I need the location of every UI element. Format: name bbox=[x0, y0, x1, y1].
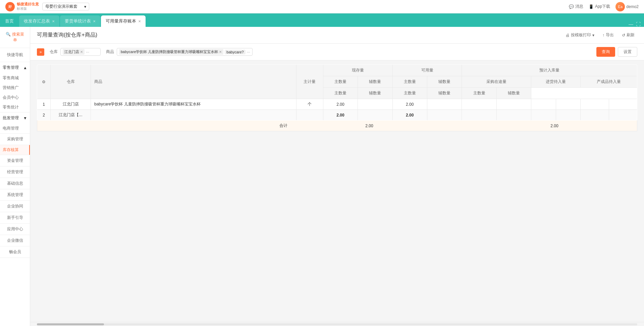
sidebar-item-member[interactable]: 畅会员 bbox=[0, 246, 30, 258]
product-tag-1-text: babycare学饮杯 儿童防摔防撞吸管杯重力球吸嘴杯宝宝水杯 bbox=[121, 49, 218, 54]
tab-bar-actions: — ⛶ bbox=[625, 21, 644, 27]
row1-production-aux bbox=[609, 99, 637, 110]
warehouse-filter-ellipsis[interactable]: ··· bbox=[86, 50, 89, 54]
table-row: 2 江北门店【... 2.00 2.00 bbox=[37, 110, 637, 121]
chevron-down-icon2: ▼ bbox=[23, 116, 27, 121]
footer-avail-main: 2.00 bbox=[475, 124, 634, 128]
row2-arriving-main bbox=[531, 110, 556, 121]
sidebar-section-member: 畅会员 bbox=[0, 246, 30, 258]
filter-actions: 查询 设置 bbox=[596, 47, 637, 57]
scroll-thumb[interactable] bbox=[37, 323, 104, 325]
brand-logo: 好 bbox=[5, 2, 15, 11]
tab-available-stock[interactable]: 可用量库存账本 ✕ bbox=[101, 15, 146, 27]
col-production-header: 产成品待入量 bbox=[581, 76, 637, 88]
table-row: 1 江北门店 babycare学饮杯 儿童防摔防撞吸管杯重力球吸嘴杯宝宝水杯 个… bbox=[37, 99, 637, 110]
product-tag-1-close[interactable]: ✕ bbox=[219, 50, 222, 54]
sidebar-item-finance[interactable]: 资金管理 bbox=[0, 155, 30, 166]
tab-order-stats[interactable]: 要货单统计表 ✕ bbox=[60, 15, 100, 27]
sidebar-section-system: 系统管理 bbox=[0, 189, 30, 201]
sidebar-search: 🔍 搜索菜单 bbox=[0, 27, 30, 48]
sidebar-section-retail: 零售管理 ▲ 零售商城 营销推广 会员中心 零售统计 bbox=[0, 62, 30, 112]
user-menu[interactable]: Ea demo2 bbox=[615, 2, 639, 11]
sidebar-item-system[interactable]: 系统管理 bbox=[0, 189, 30, 200]
warehouse-filter-input[interactable]: 江北门店 ✕ ··· bbox=[60, 48, 101, 56]
message-button[interactable]: 💬 消息 bbox=[569, 4, 583, 9]
sidebar-section-guide: 新手引导 bbox=[0, 212, 30, 224]
sidebar-section-ops: 经营管理 bbox=[0, 167, 30, 178]
product-filter-ellipsis[interactable]: ··· bbox=[247, 50, 250, 54]
row2-unit bbox=[296, 110, 323, 121]
row2-num: 2 bbox=[37, 110, 51, 121]
product-filter-input[interactable]: babycare学饮杯 儿童防摔防撞吸管杯重力球吸嘴杯宝宝水杯 ✕ babyca… bbox=[117, 48, 253, 56]
col-arriving-header: 进货待入量 bbox=[531, 76, 581, 88]
tab-home[interactable]: 首页 bbox=[0, 15, 18, 27]
export-icon: ↑ bbox=[602, 33, 604, 38]
col-stock-aux-header: 辅数量 bbox=[358, 76, 392, 88]
tab-order-stats-label: 要货单统计表 bbox=[65, 18, 91, 24]
sidebar-item-basic[interactable]: 基础信息 bbox=[0, 178, 30, 189]
tab-receive-summary[interactable]: 收发存汇总表 ✕ bbox=[19, 15, 59, 27]
chevron-down-icon3: ▾ bbox=[592, 33, 594, 38]
sidebar-wholesale-header[interactable]: 批发管理 ▼ bbox=[0, 112, 30, 124]
tab-available-stock-close[interactable]: ✕ bbox=[138, 19, 141, 23]
app-download-button[interactable]: 📱 App下载 bbox=[589, 4, 610, 9]
sidebar-item-ops[interactable]: 经营管理 bbox=[0, 167, 30, 178]
row1-arriving-aux bbox=[556, 99, 580, 110]
sidebar-item-guide[interactable]: 新手引导 bbox=[0, 212, 30, 223]
query-button[interactable]: 查询 bbox=[596, 47, 615, 57]
col-purchase-aux: 辅数量 bbox=[358, 88, 392, 99]
content-area: 可用量查询(按仓库+商品) 🖨 按模板打印 ▾ ↑ 导出 ↺ 刷新 » bbox=[30, 27, 644, 326]
row1-avail-aux bbox=[427, 99, 462, 110]
sidebar-section-basic: 基础信息 bbox=[0, 178, 30, 189]
export-button[interactable]: ↑ 导出 bbox=[600, 31, 616, 39]
tab-expand-icon[interactable]: ⛶ bbox=[636, 21, 641, 27]
sidebar-section-apps: 应用中心 bbox=[0, 224, 30, 235]
warehouse-tag-text: 江北门店 bbox=[64, 49, 79, 54]
sidebar-section-finance: 资金管理 bbox=[0, 155, 30, 167]
sidebar-item-wechat[interactable]: 企业微信 bbox=[0, 235, 30, 246]
sidebar-item-retail-stats[interactable]: 零售统计 bbox=[0, 102, 30, 112]
horizontal-scrollbar[interactable] bbox=[30, 322, 644, 326]
row2-purchase-main bbox=[462, 110, 496, 121]
sidebar-item-retail-mall[interactable]: 零售商城 bbox=[0, 73, 30, 83]
refresh-button[interactable]: ↺ 刷新 bbox=[619, 31, 637, 39]
sidebar-retail-header[interactable]: 零售管理 ▲ bbox=[0, 62, 30, 73]
col-stock-main-header: 主数量 bbox=[323, 76, 358, 88]
download-icon: 📱 bbox=[589, 4, 594, 9]
scroll-track bbox=[37, 323, 637, 325]
row2-avail-aux bbox=[427, 110, 462, 121]
row1-stock-main: 2.00 bbox=[323, 99, 358, 110]
row1-arriving-main bbox=[531, 99, 556, 110]
refresh-icon: ↺ bbox=[622, 33, 625, 38]
row2-production-aux bbox=[609, 110, 637, 121]
sidebar-item-purchase[interactable]: 采购管理 bbox=[0, 134, 30, 145]
tab-order-stats-close[interactable]: ✕ bbox=[93, 19, 96, 23]
industry-selector[interactable]: 母婴行业演示账套 ▾ bbox=[42, 3, 89, 10]
refresh-label: 刷新 bbox=[627, 32, 635, 38]
sidebar-item-member-center[interactable]: 会员中心 bbox=[0, 93, 30, 102]
filter-expand-button[interactable]: » bbox=[37, 48, 44, 56]
filter-area: » 仓库 江北门店 ✕ ··· 商品 babycare学饮杯 儿童防摔防撞吸管杯… bbox=[30, 44, 644, 60]
warehouse-tag-close[interactable]: ✕ bbox=[80, 50, 83, 54]
sidebar-quick-nav: 快捷导航 bbox=[0, 48, 30, 62]
sidebar-item-marketing[interactable]: 营销推广 bbox=[0, 83, 30, 93]
sidebar-item-collab[interactable]: 企业协同 bbox=[0, 201, 30, 212]
table-area: ⚙ 仓库 商品 主计量 现存量 可用量 预计入库量 主数量 辅数量 主数量 辅数… bbox=[30, 60, 644, 322]
tab-minimize-icon[interactable]: — bbox=[629, 21, 633, 27]
sidebar-item-quick-nav[interactable]: 快捷导航 bbox=[0, 49, 30, 60]
row2-warehouse: 江北门店【... bbox=[51, 110, 91, 121]
tab-receive-summary-close[interactable]: ✕ bbox=[52, 19, 55, 23]
search-icon: 🔍 bbox=[6, 32, 11, 37]
print-template-button[interactable]: 🖨 按模板打印 ▾ bbox=[563, 31, 597, 39]
col-settings-header[interactable]: ⚙ bbox=[37, 65, 51, 99]
search-menu-button[interactable]: 🔍 搜索菜单 bbox=[3, 30, 27, 44]
message-label: 消息 bbox=[575, 4, 583, 9]
settings-button[interactable]: 设置 bbox=[618, 47, 637, 57]
row1-num: 1 bbox=[37, 99, 51, 110]
sidebar-item-ecommerce[interactable]: 电商管理 bbox=[0, 124, 30, 133]
sidebar-item-stock[interactable]: 库存核算 bbox=[0, 145, 30, 155]
warehouse-filter-group: 仓库 江北门店 ✕ ··· bbox=[50, 48, 101, 56]
sidebar-item-apps[interactable]: 应用中心 bbox=[0, 224, 30, 235]
page-header: 可用量查询(按仓库+商品) 🖨 按模板打印 ▾ ↑ 导出 ↺ 刷新 bbox=[30, 27, 644, 44]
footer-label: 合计 bbox=[279, 123, 287, 129]
